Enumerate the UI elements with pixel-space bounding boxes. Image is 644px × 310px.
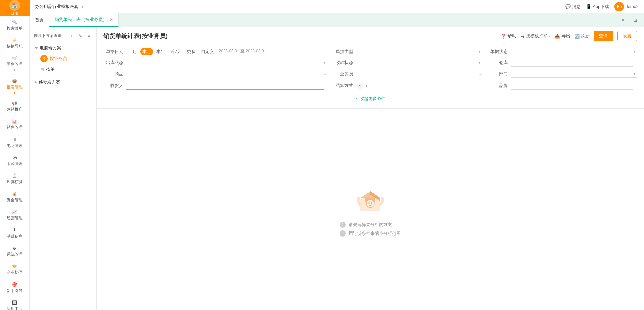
tab-home[interactable]: 首页 <box>30 13 49 27</box>
date-tab-this-month[interactable]: 本月 <box>140 48 153 55</box>
tip-text-1: 请先选择要分析的方案 <box>348 222 392 228</box>
print-button[interactable]: 🖨 按模板打印 ▾ <box>520 33 551 39</box>
date-tab-this-year[interactable]: 本年 <box>154 48 167 55</box>
logo-icon: 🏪 <box>9 0 20 11</box>
date-tab-7days[interactable]: 近7天 <box>168 48 183 55</box>
scheme-group-mobile-header[interactable]: 移动端方案 <box>30 77 96 87</box>
sidebar-item-guide[interactable]: 🎯 新手引导 <box>0 279 30 297</box>
receiver-input[interactable] <box>126 82 324 90</box>
sidebar-item-inventory[interactable]: 📋 库存核算 <box>0 170 30 188</box>
sidebar-item-collab[interactable]: 🤝 企业协同 <box>0 261 30 279</box>
out-status-label: 出库状态 <box>103 60 123 66</box>
collect-status-select[interactable]: ▼ <box>356 59 483 66</box>
query-button[interactable]: 查询 <box>594 31 613 41</box>
receiver-dots[interactable]: ··· <box>324 83 328 88</box>
sidebar-item-app-center[interactable]: 🔲 应用中心 <box>0 297 30 310</box>
doc-type-select[interactable]: ▼ <box>356 48 483 55</box>
sidebar-item-label: 营销推广 <box>7 107 23 112</box>
collapse-panel-button[interactable]: « <box>86 32 92 39</box>
purchase-icon: 🛍 <box>13 155 17 160</box>
sidebar-item-purchase[interactable]: 🛍 采购管理 <box>0 152 30 170</box>
header-dropdown-icon[interactable]: ▾ <box>81 4 84 9</box>
settings-button[interactable]: 设置 <box>617 31 637 41</box>
svg-point-4 <box>366 200 374 208</box>
message-label: 消息 <box>572 4 581 10</box>
collapse-icon: ∧ <box>355 96 358 101</box>
warehouse-label: 仓库 <box>488 60 508 66</box>
sidebar-item-wholesale[interactable]: 📦 批发管理 ▲ <box>0 75 30 98</box>
scheme-group-desktop-header[interactable]: 电脑端方案 <box>30 43 96 53</box>
collapse-label: 收起更多条件 <box>360 96 386 102</box>
sidebar-item-label: 销售管理 <box>7 125 23 131</box>
sidebar-item-marketing[interactable]: 📢 营销推广 <box>0 98 30 116</box>
refresh-button[interactable]: 🔄 刷新 <box>574 33 590 39</box>
scheme-group-label: 电脑端方案 <box>40 45 61 51</box>
sidebar-item-operation[interactable]: 📈 经营管理 <box>0 206 30 224</box>
refresh-label: 刷新 <box>581 33 590 39</box>
sidebar-item-label: 系统管理 <box>7 252 23 257</box>
collapse-button[interactable]: ∧ 收起更多条件 <box>355 96 386 102</box>
sidebar-item-retail[interactable]: 🛒 零售管理 ▼ <box>0 53 30 75</box>
goods-dots[interactable]: ··· <box>324 71 328 77</box>
brand-dots[interactable]: ··· <box>633 83 637 88</box>
tab-close-all-button[interactable]: ✕ <box>619 15 628 25</box>
sidebar-item-search[interactable]: 🔍 搜索菜单 <box>0 16 30 35</box>
tab-sales-stat-label: 销货单统计表（按业务员） <box>55 17 107 23</box>
settle-tag-close[interactable]: × <box>359 83 361 88</box>
empty-illustration <box>354 183 387 216</box>
filter-warehouse-col: 仓库 ··· <box>488 59 637 67</box>
settle-label: 结算方式 <box>333 83 353 89</box>
expand-right-icon <box>35 81 37 84</box>
scheme-by-order[interactable]: ⊞ 按单 <box>30 64 96 74</box>
warehouse-dots[interactable]: ··· <box>633 60 637 65</box>
phone-icon: 📱 <box>586 4 591 9</box>
scheme-by-salesperson[interactable]: 按 按业务员 <box>30 53 96 64</box>
doc-status-select[interactable]: ▼ <box>511 48 637 55</box>
doc-status-label: 单据状态 <box>488 49 508 55</box>
settle-chevron[interactable]: ▼ <box>365 84 368 88</box>
sidebar-item-finance[interactable]: 💰 资金管理 <box>0 188 30 206</box>
dept-select[interactable]: ▼ <box>511 71 637 78</box>
date-tab-last-month[interactable]: 上月 <box>126 48 139 55</box>
header-right: 💬 消息 📱 App下载 Ea demo2 <box>565 2 639 11</box>
sidebar-item-basic-info[interactable]: ℹ 基础信息 <box>0 224 30 243</box>
filter-date-col: 单据日期 上月 本月 本年 近7天 更多 自定义 2023-03-01 至 20… <box>103 48 328 55</box>
help-button[interactable]: ❓ 帮助 <box>501 33 516 39</box>
add-scheme-button[interactable]: + <box>68 32 75 39</box>
sidebar-item-label: 新手引导 <box>7 288 23 294</box>
brand-input[interactable] <box>511 82 633 90</box>
receiver-label: 收货人 <box>103 83 123 89</box>
tab-sales-stat[interactable]: 销货单统计表（按业务员） ✕ <box>49 13 119 27</box>
sidebar-item-sales[interactable]: 📊 销售管理 <box>0 116 30 134</box>
tip-num-1: 1 <box>340 222 346 228</box>
empty-tip-2: 2 用过滤条件来缩小分析范围 <box>340 230 401 237</box>
out-status-chevron: ▼ <box>323 61 326 64</box>
refresh-icon: 🔄 <box>574 34 580 39</box>
export-button[interactable]: 📤 导出 <box>555 33 570 39</box>
top-header: 办公用品行业模拟账套 ▾ 💬 消息 📱 App下载 Ea demo2 <box>30 0 644 13</box>
salesperson-dots[interactable]: ··· <box>479 71 483 77</box>
sidebar-item-system[interactable]: ⚙ 系统管理 <box>0 243 30 261</box>
header-left: 办公用品行业模拟账套 ▾ <box>35 4 84 10</box>
salesperson-input[interactable] <box>356 70 479 78</box>
sidebar-item-quick-nav[interactable]: ⚡ 快捷导航 <box>0 35 30 53</box>
sidebar-item-label: 基础信息 <box>7 234 23 239</box>
app-download-button[interactable]: 📱 App下载 <box>586 4 609 10</box>
date-tab-custom[interactable]: 自定义 <box>199 48 216 55</box>
sidebar-item-label: 库存核算 <box>7 179 23 185</box>
user-profile[interactable]: Ea demo2 <box>614 2 639 11</box>
edit-scheme-button[interactable]: ✎ <box>77 32 84 39</box>
sidebar-item-label: 批发管理 <box>7 84 23 90</box>
tab-restore-button[interactable]: ⊡ <box>631 15 640 25</box>
operation-icon: 📈 <box>12 210 17 214</box>
message-button[interactable]: 💬 消息 <box>565 4 581 10</box>
out-status-select[interactable]: ▼ <box>126 59 328 66</box>
goods-input[interactable] <box>126 70 324 78</box>
empty-tips: 1 请先选择要分析的方案 2 用过滤条件来缩小分析范围 <box>340 222 401 237</box>
doc-type-chevron: ▼ <box>478 50 481 53</box>
date-tab-more[interactable]: 更多 <box>185 48 198 55</box>
tab-close-icon[interactable]: ✕ <box>110 17 113 22</box>
app-title: 办公用品行业模拟账套 <box>35 4 78 10</box>
warehouse-input[interactable] <box>511 59 633 67</box>
sidebar-item-ecommerce[interactable]: 🖥 电商管理 <box>0 134 30 152</box>
